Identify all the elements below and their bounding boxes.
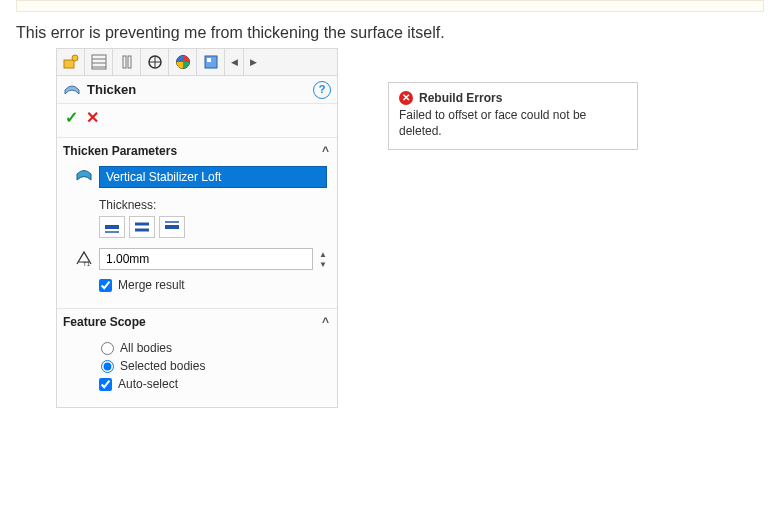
tab-feature-tree[interactable]: [57, 49, 85, 75]
feature-header: Thicken ?: [57, 76, 337, 104]
svg-rect-13: [207, 58, 211, 62]
thickness-depth-icon: T1: [75, 250, 93, 269]
ok-button[interactable]: ✓: [65, 108, 78, 127]
scope-all-radio[interactable]: [101, 342, 114, 355]
section-thicken-title: Thicken Parameters: [63, 144, 177, 158]
scope-all-label: All bodies: [120, 341, 172, 355]
ok-cancel-row: ✓ ✕: [57, 104, 337, 137]
section-thicken-parameters: Thicken Parameters ^: [57, 137, 337, 162]
surface-selection[interactable]: Vertical Stabilizer Loft: [99, 166, 327, 188]
direction-side1[interactable]: [99, 216, 125, 238]
scope-selected-row[interactable]: Selected bodies: [101, 359, 327, 373]
feature-tab-toolbar: ◀ ▶: [57, 49, 337, 76]
tab-study[interactable]: [197, 49, 225, 75]
svg-text:T1: T1: [83, 261, 91, 266]
collapse-scope[interactable]: ^: [322, 315, 329, 329]
thickness-spinner[interactable]: ▲▼: [319, 250, 327, 269]
thickness-input[interactable]: [99, 248, 313, 270]
merge-result-label: Merge result: [118, 278, 185, 292]
error-message: Failed to offset or face could not be de…: [399, 107, 627, 139]
auto-select-row[interactable]: Auto-select: [99, 377, 327, 391]
tab-property-manager[interactable]: [85, 49, 113, 75]
property-manager-panel: ◀ ▶ Thicken ? ✓ ✕ Thicken Parameters ^: [56, 48, 338, 408]
collapse-thicken[interactable]: ^: [322, 144, 329, 158]
auto-select-checkbox[interactable]: [99, 378, 112, 391]
direction-side2[interactable]: [159, 216, 185, 238]
scope-selected-label: Selected bodies: [120, 359, 205, 373]
auto-select-label: Auto-select: [118, 377, 178, 391]
rebuild-error-popup: ✕ Rebuild Errors Failed to offset or fac…: [388, 82, 638, 150]
thickness-label: Thickness:: [99, 198, 327, 212]
cancel-button[interactable]: ✕: [86, 108, 99, 127]
svg-rect-7: [128, 56, 131, 68]
tab-scroll-left[interactable]: ◀: [225, 49, 244, 75]
error-title: Rebuild Errors: [419, 91, 502, 105]
tab-configuration[interactable]: [113, 49, 141, 75]
tab-dimxpert[interactable]: [141, 49, 169, 75]
svg-rect-0: [64, 60, 74, 68]
merge-result-row[interactable]: Merge result: [99, 278, 327, 292]
tab-scroll-right[interactable]: ▶: [244, 49, 262, 75]
svg-point-1: [72, 55, 78, 61]
section-feature-scope: Feature Scope ^: [57, 308, 337, 333]
thickness-direction-group: [99, 216, 327, 238]
help-icon[interactable]: ?: [313, 81, 331, 99]
feature-title: Thicken: [87, 82, 313, 97]
thicken-icon: [63, 80, 81, 99]
forum-description: This error is preventing me from thicken…: [0, 20, 780, 48]
svg-rect-6: [123, 56, 126, 68]
scope-all-row[interactable]: All bodies: [101, 341, 327, 355]
section-scope-title: Feature Scope: [63, 315, 146, 329]
note-strip: [16, 0, 764, 12]
merge-result-checkbox[interactable]: [99, 279, 112, 292]
scope-selected-radio[interactable]: [101, 360, 114, 373]
tab-display[interactable]: [169, 49, 197, 75]
surface-icon: [75, 168, 93, 187]
error-icon: ✕: [399, 91, 413, 105]
direction-both[interactable]: [129, 216, 155, 238]
